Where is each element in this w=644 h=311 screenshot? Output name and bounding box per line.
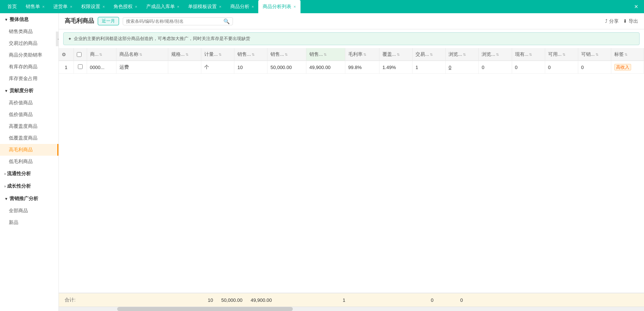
col-sellable[interactable]: 可销...⇅ [578,48,611,61]
cell-name: 运费 [116,61,168,74]
close-tab-purchase[interactable]: × [70,4,72,9]
cell-checkbox[interactable] [73,61,87,74]
sidebar-item-all-goods[interactable]: 全部商品 [0,205,58,217]
col-settings[interactable]: ⚙ [59,48,73,61]
close-all-tabs[interactable]: × [631,3,641,11]
cell-sellable: 0 [578,61,611,74]
footer-qty-val: 10 [197,297,219,303]
cell-index: 1 [59,61,73,74]
tag-badge: 高收入 [614,64,631,70]
tab-sales[interactable]: 销售单 × [21,0,49,13]
col-browse2[interactable]: 浏览...⇅ [479,48,512,61]
tab-purchase[interactable]: 进货单 × [49,0,76,13]
sidebar-item-low-coverage[interactable]: 低覆盖度商品 [0,132,58,144]
col-code[interactable]: 商...⇅ [87,48,116,61]
sort-icon-gross-rate: ⇅ [363,53,366,57]
sidebar-item-high-margin[interactable]: 高毛利商品 [0,144,58,156]
close-tab-products[interactable]: × [177,4,179,9]
close-tab-template[interactable]: × [219,4,221,9]
cell-coverage: 1.49% [379,61,412,74]
close-tab-sales[interactable]: × [42,4,44,9]
col-name[interactable]: 商品名称⇅ [116,48,168,61]
sort-icon-sales-qty: ⇅ [252,53,255,57]
search-icon[interactable]: 🔍 [223,18,230,24]
main-layout: « ▼ 整体信息 销售类商品 交易过的商品 商品分类助销率 有库存的商品 库存资… [0,13,644,311]
tab-home[interactable]: 首页 [3,0,21,13]
sidebar-item-traded-goods[interactable]: 交易过的商品 [0,37,58,49]
sidebar-item-stock-capital[interactable]: 库存资金占用 [0,73,58,84]
sidebar-group-liquidity[interactable]: › 流通性分析 [0,167,58,180]
sidebar-item-category-rate[interactable]: 商品分类助销率 [0,49,58,61]
footer-gross-spacer [278,297,322,303]
search-wrapper: 🔍 [123,17,233,25]
sidebar-item-low-margin[interactable]: 低毛利商品 [0,156,58,167]
export-btn[interactable]: ⬇ 导出 [623,18,638,25]
cell-browse1[interactable]: 0 [446,61,479,74]
sort-icon-available: ⇅ [562,53,565,57]
sort-icon-code: ⇅ [99,53,102,57]
sort-icon-sales-amount: ⇅ [285,53,288,57]
footer-trade-val: 1 [322,297,351,303]
sort-icon-current: ⇅ [529,53,532,57]
page-title: 高毛利商品 [65,17,94,25]
col-coverage[interactable]: 覆盖...⇅ [379,48,412,61]
cell-code: 0000... [87,61,116,74]
cell-sales-qty: 10 [234,61,267,74]
sidebar-group-general[interactable]: ▼ 整体信息 [0,13,58,26]
browse1-link[interactable]: 0 [449,65,451,70]
tab-permissions[interactable]: 权限设置 × [77,0,109,13]
col-browse1[interactable]: 浏览...⇅ [446,48,479,61]
sidebar-group-contribution[interactable]: ▼ 贡献度分析 [0,84,58,97]
tab-analysis-list[interactable]: 商品分析列表 × [258,0,300,13]
arrow-icon-liquidity: › [4,172,6,176]
col-sales-amount[interactable]: 销售...⇅ [267,48,306,61]
table-row: 1 0000... 运费 个 10 50,000.00 49,900.00 99… [59,61,644,74]
select-all-checkbox[interactable] [77,52,82,57]
sidebar-item-sales-goods[interactable]: 销售类商品 [0,26,58,37]
footer-values: 10 50,000.00 49,900.00 1 0 0 [109,297,469,303]
tab-products[interactable]: 产成品入库单 × [142,0,184,13]
col-gross-rate[interactable]: 毛利率⇅ [345,48,379,61]
col-checkbox [73,48,87,61]
col-spec[interactable]: 规格...⇅ [168,48,201,61]
sidebar-item-new-goods[interactable]: 新品 [0,217,58,228]
arrow-icon-growth: › [4,184,6,188]
col-sales-qty[interactable]: 销售...⇅ [234,48,267,61]
sidebar-group-marketing[interactable]: ▼ 营销推广分析 [0,192,58,205]
col-tag[interactable]: 标签⇅ [611,48,644,61]
sort-icon-tag: ⇅ [625,53,627,57]
sort-icon-sales-cost: ⇅ [324,53,327,57]
data-table: ⚙ 商...⇅ 商品名称⇅ 规格...⇅ [59,48,644,74]
share-btn[interactable]: ⤴ 分享 [605,18,619,25]
close-tab-analysis[interactable]: × [252,4,254,9]
footer-browse-spacer [351,297,410,303]
col-unit[interactable]: 计量...⇅ [201,48,234,61]
sidebar-item-in-stock[interactable]: 有库存的商品 [0,61,58,73]
close-tab-permissions[interactable]: × [102,4,105,9]
table-header-row: ⚙ 商...⇅ 商品名称⇅ 规格...⇅ [59,48,644,61]
row-checkbox[interactable] [78,64,83,69]
close-tab-analysis-list[interactable]: × [294,4,296,9]
search-input[interactable] [126,19,223,24]
tab-analysis[interactable]: 商品分析 × [226,0,258,13]
bottom-scrollbar[interactable] [59,307,644,311]
sidebar-item-high-value[interactable]: 高价值商品 [0,97,58,109]
col-current[interactable]: 现有...⇅ [512,48,545,61]
sidebar-collapse-btn[interactable]: « [56,32,59,46]
col-sales-cost[interactable]: 销售...⇅ [306,48,345,61]
col-available[interactable]: 可用...⇅ [545,48,578,61]
filter-recent-month-btn[interactable]: 近一月 [98,17,119,25]
sidebar-item-low-value[interactable]: 低价值商品 [0,109,58,120]
footer-cost-val: 49,900.00 [248,297,278,303]
close-tab-roles[interactable]: × [135,4,137,9]
sidebar-item-high-coverage[interactable]: 高覆盖度商品 [0,120,58,132]
tab-roles[interactable]: 角色授权 × [109,0,141,13]
share-icon: ⤴ [605,18,608,24]
content-area: 高毛利商品 近一月 🔍 ⤴ 分享 ⬇ 导出 ✦ 企业的主要的利润都是这部分商品创… [59,13,644,311]
arrow-icon-contribution: ▼ [4,89,8,93]
content-header: 高毛利商品 近一月 🔍 ⤴ 分享 ⬇ 导出 [59,13,644,29]
col-trade[interactable]: 交易...⇅ [413,48,446,61]
tab-template[interactable]: 单据模板设置 × [184,0,226,13]
export-icon: ⬇ [623,18,627,24]
sidebar-group-growth[interactable]: › 成长性分析 [0,180,58,192]
